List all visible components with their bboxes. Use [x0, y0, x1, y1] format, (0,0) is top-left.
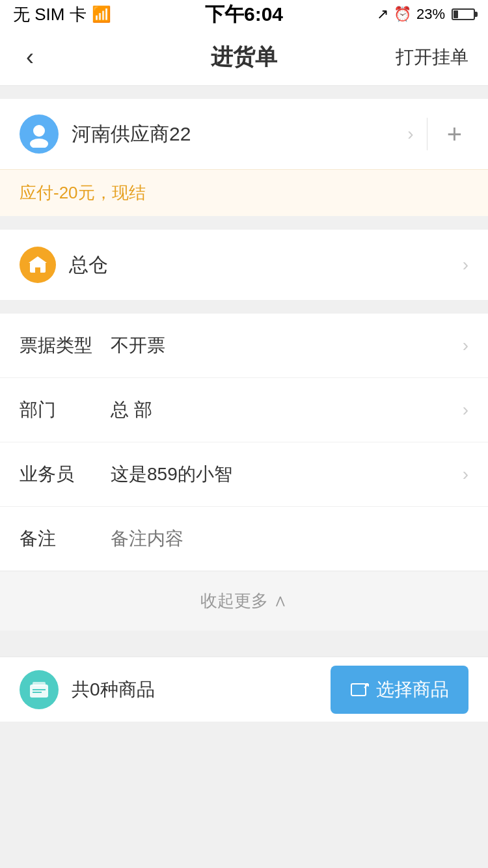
ticket-type-row[interactable]: 票据类型 不开票 ›: [0, 313, 488, 377]
form-section: 票据类型 不开票 › 部门 总 部 › 业务员 这是859的小智 › 备注: [0, 313, 488, 571]
department-value: 总 部: [111, 398, 463, 422]
department-label: 部门: [20, 398, 111, 422]
warehouse-chevron-icon: ›: [463, 254, 468, 275]
location-icon: ↗: [377, 6, 388, 23]
warehouse-row[interactable]: 总仓 ›: [0, 229, 488, 300]
department-row[interactable]: 部门 总 部 ›: [0, 377, 488, 442]
empty-area: [0, 722, 488, 868]
svg-point-1: [30, 139, 48, 148]
bottom-bar: 共0种商品 选择商品: [0, 657, 488, 722]
warehouse-icon: [20, 247, 56, 283]
page-title: 进货单: [211, 42, 277, 72]
supplier-row[interactable]: 河南供应商22 › +: [0, 99, 488, 169]
salesperson-value: 这是859的小智: [111, 462, 463, 487]
svg-point-0: [33, 125, 45, 137]
section-gap-3: [0, 300, 488, 313]
svg-rect-6: [33, 682, 46, 686]
carrier-text: 无 SIM 卡: [13, 3, 87, 26]
warehouse-label: 总仓: [69, 252, 463, 278]
section-gap-1: [0, 86, 488, 99]
collapse-text: 收起更多 ∧: [200, 590, 287, 612]
select-product-label: 选择商品: [376, 677, 449, 702]
battery-percent: 23%: [416, 6, 445, 23]
svg-rect-5: [30, 685, 48, 698]
status-right: ↗ ⏰ 23%: [377, 6, 475, 23]
supplier-chevron-icon: ›: [407, 124, 413, 144]
salesperson-row[interactable]: 业务员 这是859的小智 ›: [0, 442, 488, 506]
remark-input[interactable]: [111, 528, 468, 549]
salesperson-label: 业务员: [20, 462, 111, 487]
collapse-row[interactable]: 收起更多 ∧: [0, 571, 488, 631]
supplier-section: 河南供应商22 › + 应付-20元，现结: [0, 99, 488, 216]
ticket-type-chevron-icon: ›: [463, 335, 468, 356]
svg-marker-3: [29, 256, 47, 263]
department-chevron-icon: ›: [463, 400, 468, 420]
nav-bar: ‹ 进货单 打开挂单: [0, 29, 488, 86]
remark-label: 备注: [20, 526, 111, 551]
remark-row[interactable]: 备注: [0, 506, 488, 571]
product-icon: [20, 670, 59, 709]
time-display: 下午6:04: [205, 1, 283, 28]
svg-rect-9: [351, 684, 366, 696]
wifi-icon: 📶: [92, 5, 111, 23]
ticket-type-value: 不开票: [111, 333, 463, 358]
salesperson-chevron-icon: ›: [463, 464, 468, 485]
battery-icon: [452, 8, 475, 20]
add-supplier-button[interactable]: +: [441, 120, 468, 149]
alarm-icon: ⏰: [394, 6, 411, 23]
select-product-button[interactable]: 选择商品: [331, 666, 468, 714]
ticket-type-label: 票据类型: [20, 333, 111, 358]
svg-rect-4: [35, 267, 40, 273]
status-bar: 无 SIM 卡 📶 下午6:04 ↗ ⏰ 23%: [0, 0, 488, 29]
divider: [427, 118, 427, 150]
supplier-name: 河南供应商22: [72, 121, 407, 148]
status-left: 无 SIM 卡 📶: [13, 3, 111, 26]
supplier-avatar: [20, 115, 59, 154]
notice-row: 应付-20元，现结: [0, 169, 488, 216]
section-gap-2: [0, 216, 488, 229]
open-pending-button[interactable]: 打开挂单: [396, 45, 468, 70]
back-button[interactable]: ‹: [20, 37, 40, 77]
section-gap-4: [0, 631, 488, 644]
product-count-text: 共0种商品: [72, 677, 331, 702]
notice-text: 应付-20元，现结: [20, 183, 146, 202]
